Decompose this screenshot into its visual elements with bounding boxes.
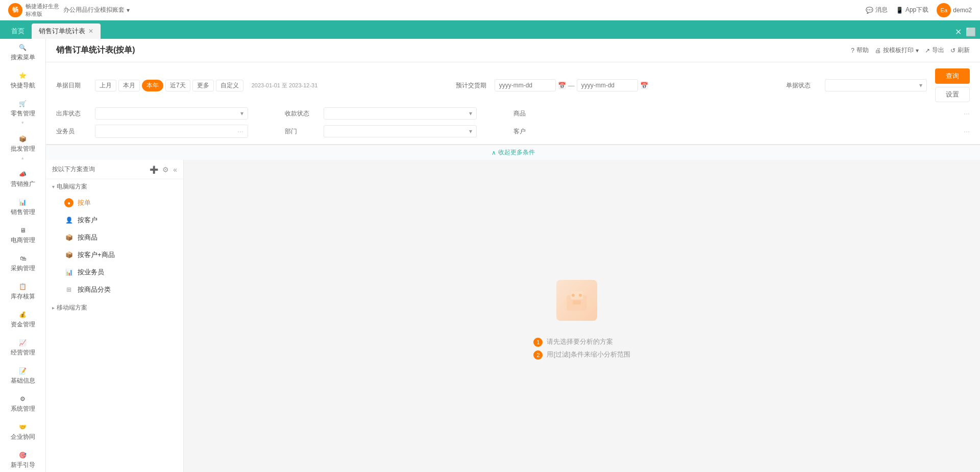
- sidebar-item-purchase[interactable]: 🛍 采购管理: [0, 250, 45, 278]
- sidebar-item-guide[interactable]: 🎯 新手引导: [0, 446, 45, 472]
- tab-home[interactable]: 首页: [4, 23, 32, 39]
- scheme-group-desktop[interactable]: ▾ 电脑端方案: [46, 179, 183, 194]
- sidebar-item-operations[interactable]: 📈 经营管理: [0, 334, 45, 362]
- date-custom-btn[interactable]: 自定义: [216, 80, 243, 91]
- salesperson-label: 业务员: [56, 127, 87, 136]
- quick-nav-icon: ⭐: [19, 72, 27, 79]
- sidebar-item-basic-info[interactable]: 📝 基础信息: [0, 362, 45, 390]
- app-download-btn[interactable]: 📱 App下载: [896, 6, 928, 14]
- date-last-7days-btn[interactable]: 近7天: [165, 80, 190, 91]
- page-header: 销售订单统计表(按单) ? 帮助 🖨 按模板打印 ▾ ↗ 导出 ↺ 刷新: [46, 39, 980, 62]
- sidebar-item-inventory[interactable]: 📋 库存核算: [0, 278, 45, 306]
- sidebar-item-sales[interactable]: 📊 销售管理: [0, 194, 45, 222]
- empty-hints: 1 请先选择要分析的方案 2 用[过滤]条件来缩小分析范围: [533, 337, 630, 363]
- expected-delivery-label: 预计交货期: [456, 81, 486, 90]
- scheme-item-by-salesperson[interactable]: 📊 按业务员: [46, 264, 183, 281]
- template-print-btn[interactable]: 🖨 按模板打印 ▾: [875, 46, 919, 55]
- sidebar-item-retail[interactable]: 🛒 零售管理 ▾: [0, 95, 45, 130]
- inventory-icon: 📋: [19, 283, 27, 290]
- sidebar-item-marketing[interactable]: 📣 营销推广: [0, 166, 45, 194]
- empty-hint-2: 2 用[过滤]条件来缩小分析范围: [533, 350, 630, 360]
- query-btn-group: 查询 设置: [935, 68, 970, 102]
- export-btn[interactable]: ↗ 导出: [925, 46, 944, 55]
- sidebar-item-wholesale[interactable]: 📦 批发管理 ▴: [0, 130, 45, 166]
- by-category-icon: ⊞: [64, 285, 74, 294]
- tab-close-icon[interactable]: ✕: [88, 28, 93, 35]
- date-more-btn[interactable]: 更多: [192, 80, 214, 91]
- operations-icon: 📈: [19, 339, 27, 346]
- scheme-item-by-customer-goods[interactable]: 📦 按客户+商品: [46, 246, 183, 264]
- expected-delivery-start[interactable]: [495, 79, 556, 91]
- sidebar-item-ecommerce[interactable]: 🖥 电商管理: [0, 222, 45, 250]
- settings-btn[interactable]: 设置: [935, 87, 970, 102]
- query-btn[interactable]: 查询: [935, 68, 970, 84]
- date-this-month-btn[interactable]: 本月: [118, 80, 140, 91]
- sales-icon: 📊: [19, 199, 27, 206]
- print-dropdown-icon: ▾: [916, 47, 919, 54]
- scheme-item-by-goods[interactable]: 📦 按商品: [46, 229, 183, 246]
- help-icon: ?: [851, 47, 854, 54]
- scheme-item-by-customer[interactable]: 👤 按客户: [46, 211, 183, 229]
- sidebar-item-quick-nav[interactable]: ⭐ 快捷导航: [0, 67, 45, 95]
- scheme-item-by-order[interactable]: ● 按单: [46, 194, 183, 211]
- scheme-group-mobile-expand-icon: ▸: [52, 305, 55, 311]
- scheme-group-mobile[interactable]: ▸ 移动端方案: [46, 300, 183, 315]
- calendar-start-icon[interactable]: 📅: [558, 82, 566, 89]
- date-shortcuts: 上月 本月 本年 近7天 更多 自定义: [95, 80, 243, 91]
- calendar-end-icon[interactable]: 📅: [640, 82, 648, 89]
- download-icon: 📱: [896, 7, 903, 14]
- app-logo: 畅: [8, 3, 22, 17]
- user-area[interactable]: Ea demo2: [937, 3, 972, 17]
- sidebar-item-finance[interactable]: 💰 资金管理: [0, 306, 45, 334]
- retail-expand-icon: ▾: [21, 120, 24, 125]
- bill-status-select[interactable]: [825, 79, 927, 91]
- enterprise-icon: 🤝: [19, 423, 27, 431]
- main-layout: 🔍 搜索菜单 ⭐ 快捷导航 🛒 零售管理 ▾ 📦 批发管理 ▴ 📣 营销推广 📊…: [0, 39, 980, 472]
- goods-dots[interactable]: ···: [964, 109, 970, 117]
- left-panel-title: 按以下方案查询: [52, 165, 95, 174]
- date-this-year-btn[interactable]: 本年: [142, 80, 163, 91]
- by-customer-icon: 👤: [64, 216, 74, 225]
- refresh-btn[interactable]: ↺ 刷新: [950, 46, 970, 55]
- receipt-status-select[interactable]: [324, 107, 477, 120]
- empty-hint-1: 1 请先选择要分析的方案: [533, 337, 630, 347]
- window-close-btn[interactable]: ✕: [955, 27, 962, 37]
- manage-scheme-btn[interactable]: ⚙: [162, 166, 169, 174]
- sidebar-item-enterprise[interactable]: 🤝 企业协同: [0, 418, 45, 446]
- ecommerce-icon: 🖥: [20, 227, 26, 234]
- department-select[interactable]: [324, 125, 477, 137]
- add-scheme-btn[interactable]: ➕: [150, 166, 158, 174]
- page-title: 销售订单统计表(按单): [56, 45, 135, 62]
- user-avatar: Ea: [937, 3, 951, 17]
- svg-rect-5: [564, 299, 567, 306]
- window-maximize-btn[interactable]: ⬜: [966, 27, 976, 37]
- sidebar: 🔍 搜索菜单 ⭐ 快捷导航 🛒 零售管理 ▾ 📦 批发管理 ▴ 📣 营销推广 📊…: [0, 39, 46, 472]
- left-panel: 按以下方案查询 ➕ ⚙ « ▾ 电脑端方案 ● 按单 👤: [46, 160, 184, 472]
- purchase-icon: 🛍: [20, 255, 26, 262]
- by-customer-goods-icon: 📦: [64, 250, 74, 259]
- delivery-status-label: 出库状态: [56, 109, 87, 118]
- receipt-status-dropdown-icon: [469, 110, 472, 117]
- svg-rect-4: [573, 300, 581, 304]
- help-btn[interactable]: ? 帮助: [851, 46, 869, 55]
- collapse-bar[interactable]: ∧ 收起更多条件: [46, 145, 980, 160]
- message-btn[interactable]: 💬 消息: [866, 6, 888, 14]
- tab-sales-order-stats[interactable]: 销售订单统计表 ✕: [32, 23, 101, 39]
- sidebar-item-search[interactable]: 🔍 搜索菜单: [0, 39, 45, 67]
- filter-panel: 单据日期 上月 本月 本年 近7天 更多 自定义 2023-01-01 至 20…: [46, 62, 980, 145]
- goods-label: 商品: [513, 109, 544, 118]
- scheme-item-by-category[interactable]: ⊞ 按商品分类: [46, 281, 183, 298]
- date-label: 单据日期: [56, 81, 87, 90]
- workspace-selector[interactable]: 办公用品行业模拟账套: [63, 6, 130, 14]
- by-salesperson-icon: 📊: [64, 268, 74, 277]
- customer-dots[interactable]: ···: [964, 127, 970, 135]
- collapse-left-btn[interactable]: «: [173, 166, 177, 174]
- wholesale-expand-icon: ▴: [21, 155, 24, 160]
- delivery-status-select[interactable]: [95, 107, 248, 120]
- receipt-status-label: 收款状态: [285, 109, 315, 118]
- svg-point-3: [579, 294, 582, 297]
- salesperson-dots[interactable]: ···: [237, 127, 243, 135]
- sidebar-item-system[interactable]: ⚙ 系统管理: [0, 390, 45, 418]
- expected-delivery-end[interactable]: [577, 79, 638, 91]
- date-last-month-btn[interactable]: 上月: [95, 80, 116, 91]
